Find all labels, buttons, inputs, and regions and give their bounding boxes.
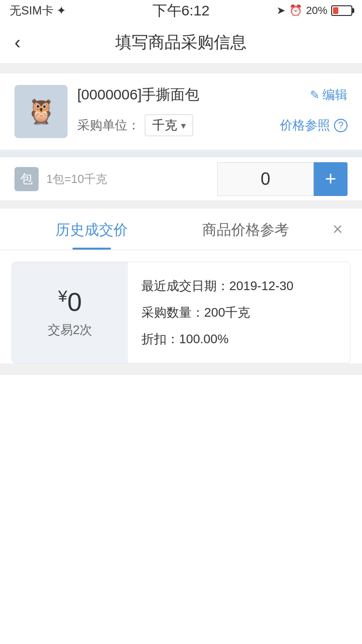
carrier-text: 无SIM卡 ✦ — [10, 3, 66, 18]
tab-active-indicator — [72, 248, 111, 250]
edit-icon: ✎ — [310, 88, 320, 102]
price-value: 0 — [67, 287, 82, 316]
page-title: 填写商品采购信息 — [115, 31, 247, 54]
unit-value: 千克 — [152, 117, 177, 134]
tab-close-button[interactable]: × — [323, 214, 348, 244]
battery-fill — [333, 7, 338, 14]
alarm-icon: ⏰ — [289, 4, 302, 17]
price-card-right: 最近成交日期：2019-12-30 采购数量：200千克 折扣：100.00% — [128, 262, 350, 363]
section-divider — [0, 150, 362, 157]
recent-date-label: 最近成交日期： — [141, 279, 229, 293]
unit-dropdown[interactable]: 千克 ▾ — [145, 114, 193, 136]
price-reference-button[interactable]: 价格参照 ? — [280, 117, 348, 134]
price-amount: ¥0 — [58, 287, 82, 317]
tab-history-price[interactable]: 历史成交价 — [14, 209, 168, 250]
product-name: [0000006]手撕面包 — [77, 85, 199, 105]
product-row: 🦉 [0000006]手撕面包 ✎ 编辑 采购单位： 千克 ▾ — [14, 85, 348, 138]
quantity-plus-button[interactable]: + — [314, 162, 348, 196]
unit-selector-group: 采购单位： 千克 ▾ — [77, 114, 193, 136]
discount-value: 100.00% — [179, 332, 229, 346]
quantity-label-group: 包 1包=10千克 — [14, 167, 107, 191]
product-details: [0000006]手撕面包 ✎ 编辑 采购单位： 千克 ▾ 价格参照 ? — [77, 85, 348, 136]
edit-label: 编辑 — [322, 86, 348, 103]
quantity-section: 包 1包=10千克 0 + — [0, 157, 362, 201]
recent-date-row: 最近成交日期：2019-12-30 — [141, 277, 336, 295]
qty-label: 采购数量： — [141, 305, 204, 320]
quantity-unit-badge: 包 — [14, 167, 39, 191]
price-card-left: ¥0 交易2次 — [12, 262, 128, 363]
product-section: 🦉 [0000006]手撕面包 ✎ 编辑 采购单位： 千克 ▾ — [0, 73, 362, 150]
purchase-qty-row: 采购数量：200千克 — [141, 303, 336, 322]
unit-label: 采购单位： — [77, 117, 140, 134]
battery-percent: 20% — [306, 4, 327, 17]
battery-body — [331, 5, 352, 16]
recent-date-value: 2019-12-30 — [229, 279, 293, 293]
edit-button[interactable]: ✎ 编辑 — [310, 86, 348, 103]
product-image: 🦉 — [14, 85, 68, 138]
discount-label: 折扣： — [141, 332, 179, 346]
quantity-input[interactable]: 0 — [217, 162, 314, 196]
bottom-background — [0, 375, 362, 644]
status-right: ➤ ⏰ 20% — [277, 4, 352, 17]
qty-value: 200千克 — [204, 305, 250, 320]
purchase-unit-row: 采购单位： 千克 ▾ 价格参照 ? — [77, 114, 348, 136]
tab-product-price-ref[interactable]: 商品价格参考 — [168, 209, 322, 250]
price-card: ¥0 交易2次 最近成交日期：2019-12-30 采购数量：200千克 折扣：… — [12, 262, 350, 364]
tab-section: 历史成交价 商品价格参考 × ¥0 交易2次 最近成交日期：2019-12-30… — [0, 209, 362, 364]
discount-row: 折扣：100.00% — [141, 330, 336, 349]
battery-indicator — [331, 5, 352, 16]
status-left: 无SIM卡 ✦ — [10, 3, 66, 18]
unit-arrow-icon: ▾ — [181, 120, 186, 131]
unit-conversion-label: 1包=10千克 — [46, 171, 107, 187]
nav-bar: ‹ 填写商品采购信息 — [0, 21, 362, 64]
tab-history-label: 历史成交价 — [56, 222, 128, 238]
back-button[interactable]: ‹ — [14, 33, 21, 52]
status-bar: 无SIM卡 ✦ 下午6:12 ➤ ⏰ 20% — [0, 0, 362, 21]
price-ref-label: 价格参照 — [280, 117, 330, 134]
location-icon: ➤ — [277, 4, 285, 17]
quantity-input-group: 0 + — [217, 162, 348, 196]
trade-count: 交易2次 — [48, 322, 92, 338]
tab-product-price-label: 商品价格参考 — [202, 222, 289, 238]
status-time: 下午6:12 — [153, 1, 209, 21]
price-yen-symbol: ¥ — [58, 287, 68, 305]
price-ref-help-icon: ? — [334, 119, 348, 132]
tab-bar: 历史成交价 商品价格参考 × — [0, 209, 362, 250]
product-name-row: [0000006]手撕面包 ✎ 编辑 — [77, 85, 348, 105]
product-thumbnail-icon: 🦉 — [26, 98, 56, 126]
